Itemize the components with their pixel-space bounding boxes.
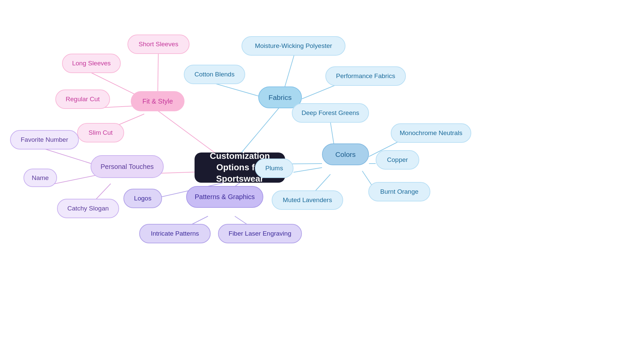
node-fit-style[interactable]: Fit & Style	[131, 91, 184, 111]
node-long-sleeves[interactable]: Long Sleeves	[62, 54, 121, 73]
node-deep-forest-greens[interactable]: Deep Forest Greens	[292, 103, 369, 123]
node-monochrome-neutrals[interactable]: Monochrome Neutrals	[391, 123, 471, 143]
node-moisture-wicking[interactable]: Moisture-Wicking Polyester	[241, 36, 345, 56]
node-slim-cut[interactable]: Slim Cut	[77, 123, 124, 142]
node-performance-fabrics[interactable]: Performance Fabrics	[325, 66, 406, 86]
node-patterns-graphics[interactable]: Patterns & Graphics	[186, 186, 263, 208]
node-regular-cut[interactable]: Regular Cut	[55, 89, 110, 109]
node-fiber-laser[interactable]: Fiber Laser Engraving	[218, 224, 302, 243]
svg-line-13	[241, 107, 280, 153]
node-catchy-slogan[interactable]: Catchy Slogan	[57, 199, 119, 218]
node-muted-lavenders[interactable]: Muted Lavenders	[272, 190, 343, 210]
node-colors[interactable]: Colors	[322, 143, 369, 165]
node-cotton-blends[interactable]: Cotton Blends	[184, 65, 245, 84]
node-short-sleeves[interactable]: Short Sleeves	[127, 35, 190, 54]
node-name[interactable]: Name	[23, 169, 57, 187]
node-favorite-number[interactable]: Favorite Number	[10, 130, 79, 149]
svg-line-16	[302, 85, 335, 99]
node-logos[interactable]: Logos	[123, 189, 162, 208]
svg-line-22	[293, 168, 322, 172]
node-plums[interactable]: Plums	[255, 159, 293, 178]
node-copper[interactable]: Copper	[376, 150, 419, 170]
node-intricate-patterns[interactable]: Intricate Patterns	[139, 224, 211, 243]
node-burnt-orange[interactable]: Burnt Orange	[368, 182, 430, 201]
node-personal-touches[interactable]: Personal Touches	[91, 155, 164, 178]
